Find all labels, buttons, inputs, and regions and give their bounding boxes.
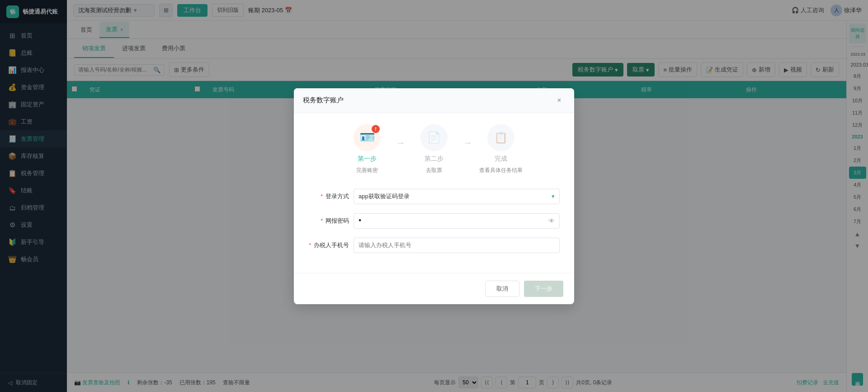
step-1: 🪪 ! 第一步 完善账密 (340, 124, 394, 174)
login-method-select[interactable]: app获取验证码登录 ▾ (354, 189, 560, 204)
select-chevron-icon: ▾ (552, 193, 555, 200)
step-3: 📋 完成 查看具体任务结果 (474, 124, 528, 174)
step-3-icon-wrap: 📋 (487, 124, 514, 151)
step-2-desc: 去取票 (426, 167, 442, 174)
password-row: * 网报密码 • 👁 (308, 213, 560, 229)
step-1-icon-wrap: 🪪 ! (354, 124, 381, 151)
arrow-2: → (463, 138, 472, 148)
login-method-label: * 登录方式 (308, 192, 349, 201)
steps-row: 🪪 ! 第一步 完善账密 → 📄 第二步 去取票 → (308, 124, 560, 174)
step-1-name: 第一步 (358, 155, 377, 163)
modal-header: 税务数字账户 × (294, 88, 574, 113)
step-2-icon: 📄 (427, 131, 441, 144)
phone-input[interactable] (354, 238, 560, 253)
cancel-button[interactable]: 取消 (485, 281, 519, 297)
step-1-desc: 完善账密 (356, 167, 378, 174)
arrow-1: → (396, 138, 405, 148)
modal-footer: 取消 下一步 (294, 273, 574, 304)
phone-row: * 办税人手机号 (308, 238, 560, 253)
step-2-icon-wrap: 📄 (420, 124, 448, 151)
phone-label: * 办税人手机号 (308, 241, 349, 249)
modal-body: 🪪 ! 第一步 完善账密 → 📄 第二步 去取票 → (294, 113, 574, 273)
modal-dialog: 税务数字账户 × 🪪 ! 第一步 完善账密 → 📄 (294, 88, 574, 304)
modal-close-btn[interactable]: × (553, 95, 565, 106)
step-3-name: 完成 (495, 155, 507, 163)
password-field[interactable]: • 👁 (354, 213, 560, 229)
next-button[interactable]: 下一步 (524, 281, 563, 297)
step-2-name: 第二步 (425, 155, 443, 163)
step-3-desc: 查看具体任务结果 (479, 167, 523, 174)
step-2: 📄 第二步 去取票 (407, 124, 461, 174)
step-3-icon: 📋 (494, 131, 508, 144)
modal-title: 税务数字账户 (303, 96, 344, 105)
step-1-badge: ! (372, 125, 380, 133)
eye-icon[interactable]: 👁 (548, 217, 555, 225)
step-1-icon: 🪪 (359, 130, 375, 145)
password-label: * 网报密码 (308, 217, 349, 225)
login-method-row: * 登录方式 app获取验证码登录 ▾ (308, 189, 560, 204)
modal-overlay[interactable]: 税务数字账户 × 🪪 ! 第一步 完善账密 → 📄 (0, 0, 868, 392)
